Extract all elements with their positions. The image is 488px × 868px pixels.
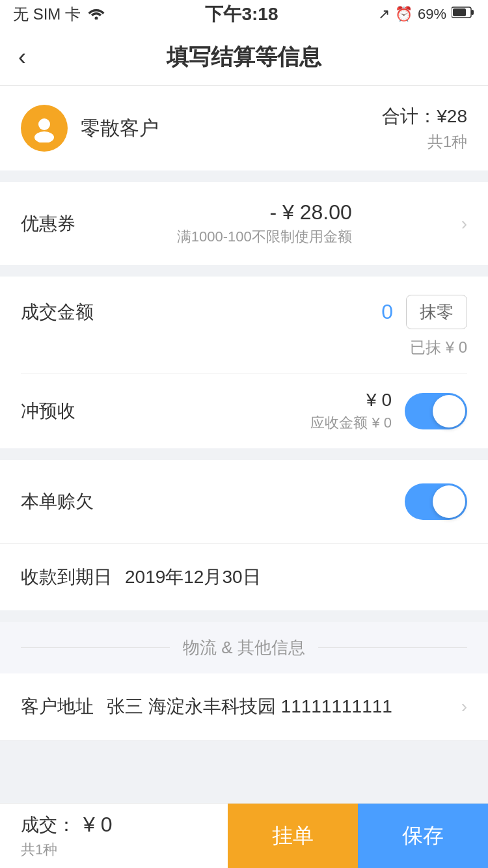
logistics-header: 物流 & 其他信息 <box>0 622 488 673</box>
due-date-label: 收款到期日 <box>21 565 112 590</box>
battery-percent: 69% <box>418 6 446 23</box>
toggle-knob <box>433 395 465 427</box>
customer-total: 合计：¥28 <box>382 104 467 129</box>
pre-receive-amount: ¥ 0 <box>310 390 392 411</box>
coupon-chevron: › <box>461 213 467 234</box>
alarm-icon: ⏰ <box>395 6 413 23</box>
page-title: 填写结算等信息 <box>167 42 321 72</box>
customer-right: 合计：¥28 共1种 <box>382 104 467 152</box>
coupon-row[interactable]: 优惠券 - ¥ 28.00 满1000-100不限制使用金额 › <box>0 182 488 265</box>
debt-section: 本单赊欠 收款到期日 2019年12月30日 <box>0 460 488 610</box>
debt-row: 本单赊欠 <box>0 460 488 544</box>
status-bar: 无 SIM 卡 下午3:18 ↗ ⏰ 69% <box>0 0 488 29</box>
bottom-summary-top: 成交： ¥ 0 <box>21 813 228 837</box>
pre-receive-label: 冲预收 <box>21 399 75 424</box>
status-left: 无 SIM 卡 <box>13 4 105 25</box>
customer-name: 零散客户 <box>81 115 159 142</box>
status-right: ↗ ⏰ 69% <box>378 6 475 23</box>
pre-receive-toggle[interactable] <box>405 393 467 429</box>
customer-left: 零散客户 <box>21 105 159 152</box>
round-zero-button[interactable]: 抹零 <box>406 295 467 329</box>
back-button[interactable]: ‹ <box>18 44 26 71</box>
due-date-row: 收款到期日 2019年12月30日 <box>0 544 488 610</box>
pre-receive-row: 冲预收 ¥ 0 应收金额 ¥ 0 <box>0 374 488 448</box>
battery-icon <box>452 6 475 23</box>
debt-toggle-knob <box>433 485 465 518</box>
debt-label: 本单赊欠 <box>21 489 94 514</box>
svg-rect-3 <box>453 8 466 16</box>
customer-avatar <box>21 105 68 152</box>
svg-point-5 <box>34 131 54 142</box>
pre-receive-receivable: 应收金额 ¥ 0 <box>310 413 392 433</box>
hang-button[interactable]: 挂单 <box>228 804 358 869</box>
location-icon: ↗ <box>378 6 390 23</box>
coupon-section: 优惠券 - ¥ 28.00 满1000-100不限制使用金额 › <box>0 182 488 265</box>
deal-right: 0 抹零 <box>354 295 467 329</box>
bottom-summary: 成交： ¥ 0 共1种 <box>0 813 228 860</box>
svg-rect-2 <box>471 10 474 15</box>
bottom-deal-value: ¥ 0 <box>83 813 112 837</box>
coupon-label: 优惠券 <box>21 211 75 236</box>
bottom-deal-count: 共1种 <box>21 840 228 860</box>
bottom-bar: 成交： ¥ 0 共1种 挂单 保存 <box>0 803 488 868</box>
svg-point-4 <box>38 118 50 130</box>
logistics-section: 物流 & 其他信息 客户地址 张三 海淀永丰科技园 11111111111 › <box>0 622 488 740</box>
coupon-value: - ¥ 28.00 满1000-100不限制使用金额 <box>177 200 352 247</box>
deal-already-rounded: 已抹 ¥ 0 <box>0 337 488 373</box>
pre-receive-amounts: ¥ 0 应收金额 ¥ 0 <box>310 390 392 433</box>
wifi-icon <box>87 5 105 23</box>
customer-row: 零散客户 合计：¥28 共1种 <box>0 86 488 170</box>
deal-amount-row: 成交金额 0 抹零 <box>0 277 488 337</box>
address-value: 张三 海淀永丰科技园 11111111111 <box>107 694 454 719</box>
address-chevron: › <box>461 696 467 717</box>
customer-count: 共1种 <box>382 131 467 152</box>
coupon-discount: - ¥ 28.00 <box>177 200 352 224</box>
pre-receive-right: ¥ 0 应收金额 ¥ 0 <box>310 390 467 433</box>
logistics-line-left <box>21 647 170 648</box>
nav-bar: ‹ 填写结算等信息 <box>0 29 488 86</box>
debt-toggle[interactable] <box>405 483 467 520</box>
due-date-value[interactable]: 2019年12月30日 <box>125 565 261 590</box>
status-time: 下午3:18 <box>205 2 278 27</box>
logistics-line-right <box>318 647 467 648</box>
address-label: 客户地址 <box>21 694 94 719</box>
customer-section: 零散客户 合计：¥28 共1种 <box>0 86 488 170</box>
svg-point-0 <box>95 17 98 20</box>
deal-amount-value[interactable]: 0 <box>354 300 393 324</box>
logistics-label: 物流 & 其他信息 <box>170 636 318 659</box>
save-button[interactable]: 保存 <box>358 804 488 869</box>
address-row[interactable]: 客户地址 张三 海淀永丰科技园 11111111111 › <box>0 673 488 740</box>
deal-amount-label: 成交金额 <box>21 300 94 325</box>
coupon-description: 满1000-100不限制使用金额 <box>177 227 352 247</box>
bottom-deal-label: 成交： <box>21 813 75 837</box>
deal-section: 成交金额 0 抹零 已抹 ¥ 0 冲预收 ¥ 0 应收金额 ¥ 0 <box>0 277 488 448</box>
no-sim-label: 无 SIM 卡 <box>13 4 81 25</box>
